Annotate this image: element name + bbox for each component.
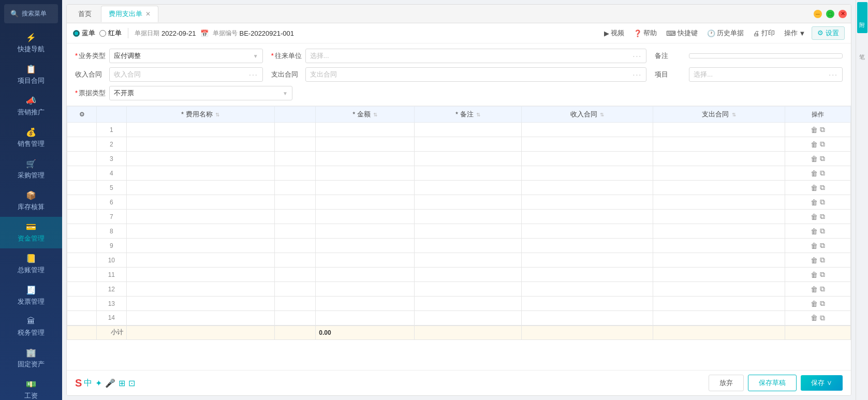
row-copy-icon[interactable]: ⧉ [820,270,825,279]
sidebar-item-capital-mgmt[interactable]: 💳资金管理 [0,217,62,248]
col-expense-header[interactable]: 支出合同 ⇅ [653,107,785,123]
row-delete-icon[interactable]: 🗑 [811,242,818,250]
row-expense-cell[interactable] [653,282,785,297]
row-note-cell[interactable] [415,152,522,166]
row-expense-cell[interactable] [653,297,785,311]
row-delete-icon[interactable]: 🗑 [811,227,818,235]
save-button[interactable]: 保存 ∨ [801,375,843,391]
row-amount-cell[interactable] [316,282,415,297]
row-income-cell[interactable] [521,311,653,325]
sidebar-item-accounting[interactable]: 📒总账管理 [0,248,62,280]
row-name-cell[interactable] [126,123,274,137]
row-income-cell[interactable] [521,210,653,224]
row-delete-icon[interactable]: 🗑 [811,300,818,308]
right-panel-attach[interactable]: 附 [857,2,867,33]
row-copy-icon[interactable]: ⧉ [820,198,825,206]
counterpart-input[interactable]: 选择... ··· [305,49,647,63]
row-income-cell[interactable] [521,268,653,282]
red-radio[interactable]: 红单 [99,28,122,38]
row-amount-cell[interactable] [316,268,415,282]
settings-btn[interactable]: ⚙ 设置 [812,26,845,40]
col-income-header[interactable]: 收入合同 ⇅ [521,107,653,123]
row-expense-cell[interactable] [653,137,785,152]
help-btn[interactable]: ❓ 帮助 [630,27,660,39]
invoice-type-select[interactable]: 不开票 ▼ [109,86,292,100]
row-copy-icon[interactable]: ⧉ [820,140,825,149]
print-btn[interactable]: 🖨 打印 [750,27,778,39]
sidebar-search[interactable]: 🔍 搜索菜单 [4,4,58,23]
row-name-cell[interactable] [126,297,274,311]
row-copy-icon[interactable]: ⧉ [820,154,825,163]
row-note-cell[interactable] [415,282,522,297]
row-note-cell[interactable] [415,137,522,152]
row-name-cell[interactable] [126,166,274,181]
row-amount-cell[interactable] [316,224,415,239]
row-delete-icon[interactable]: 🗑 [811,285,818,293]
row-income-cell[interactable] [521,297,653,311]
biz-type-select[interactable]: 应付调整 ▼ [109,49,263,63]
row-income-cell[interactable] [521,137,653,152]
row-amount-cell[interactable] [316,152,415,166]
row-name-cell[interactable] [126,152,274,166]
row-expense-cell[interactable] [653,239,785,253]
row-amount-cell[interactable] [316,123,415,137]
row-name-cell[interactable] [126,268,274,282]
row-name-cell[interactable] [126,210,274,224]
sidebar-item-invoice-mgmt[interactable]: 🧾发票管理 [0,280,62,312]
row-name-cell[interactable] [126,282,274,297]
more-icon3[interactable]: ··· [633,70,642,79]
more-icon[interactable]: ··· [633,52,642,60]
income-contract-input[interactable]: 收入合同 ··· [109,67,263,82]
row-copy-icon[interactable]: ⧉ [820,169,825,177]
row-income-cell[interactable] [521,253,653,268]
row-income-cell[interactable] [521,166,653,181]
row-name-cell[interactable] [126,181,274,195]
history-btn[interactable]: 🕐 历史单据 [704,27,747,39]
row-amount-cell[interactable] [316,181,415,195]
brand-icon4[interactable]: ⊞ [119,378,125,388]
maximize-btn[interactable]: □ [826,10,834,18]
sidebar-item-inventory[interactable]: 📦库存核算 [0,185,62,217]
row-note-cell[interactable] [415,123,522,137]
tab-expense-form[interactable]: 费用支出单✕ [101,6,158,22]
row-delete-icon[interactable]: 🗑 [811,213,818,221]
row-expense-cell[interactable] [653,166,785,181]
row-name-cell[interactable] [126,137,274,152]
sidebar-item-purchase-mgmt[interactable]: 🛒采购管理 [0,154,62,185]
row-income-cell[interactable] [521,181,653,195]
blue-radio[interactable]: 蓝单 [73,28,95,38]
col-settings-header[interactable]: ⚙ [67,107,97,123]
sidebar-item-payroll[interactable]: 💵工资 [0,374,62,400]
row-amount-cell[interactable] [316,137,415,152]
row-delete-icon[interactable]: 🗑 [811,198,818,206]
right-panel-note[interactable]: 笔 [857,34,867,65]
row-amount-cell[interactable] [316,239,415,253]
row-expense-cell[interactable] [653,123,785,137]
brand-icon3[interactable]: 🎤 [105,378,115,388]
row-copy-icon[interactable]: ⧉ [820,125,825,134]
row-note-cell[interactable] [415,181,522,195]
close-btn[interactable]: ✕ [838,10,847,18]
brand-icon1[interactable]: 中 [84,378,92,389]
row-expense-cell[interactable] [653,210,785,224]
minimize-btn[interactable]: ─ [814,10,822,18]
row-note-cell[interactable] [415,166,522,181]
row-note-cell[interactable] [415,239,522,253]
sidebar-item-fixed-assets[interactable]: 🏢固定资产 [0,343,62,374]
col-amount-header[interactable]: * 金额 ⇅ [316,107,415,123]
row-delete-icon[interactable]: 🗑 [811,314,818,322]
row-note-cell[interactable] [415,311,522,325]
brand-icon5[interactable]: ⊡ [128,378,135,388]
row-amount-cell[interactable] [316,311,415,325]
row-amount-cell[interactable] [316,166,415,181]
sidebar-item-tax-mgmt[interactable]: 🏛税务管理 [0,312,62,343]
row-expense-cell[interactable] [653,181,785,195]
calendar-icon[interactable]: 📅 [200,29,209,37]
row-income-cell[interactable] [521,152,653,166]
row-expense-cell[interactable] [653,224,785,239]
tab-home[interactable]: 首页 [71,6,99,22]
row-amount-cell[interactable] [316,253,415,268]
row-copy-icon[interactable]: ⧉ [820,314,825,322]
more-icon4[interactable]: ··· [829,70,838,79]
row-note-cell[interactable] [415,253,522,268]
